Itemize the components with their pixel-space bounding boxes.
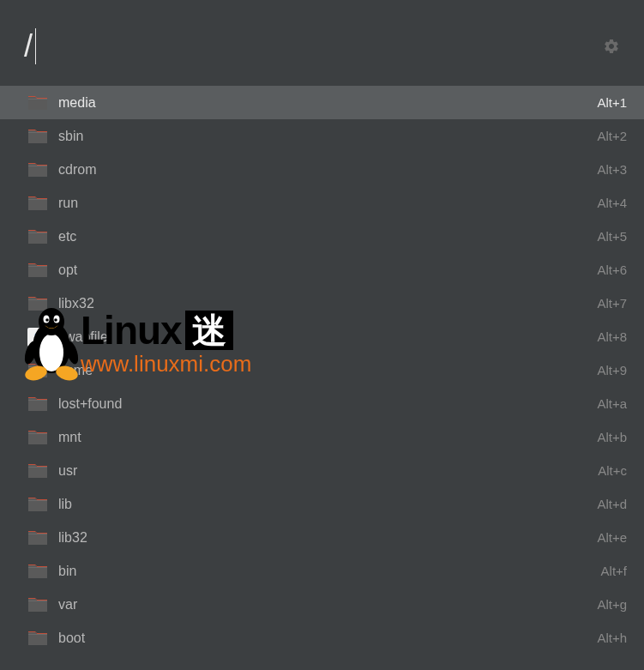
item-label: boot <box>58 631 597 646</box>
folder-icon <box>27 362 48 379</box>
item-label: sbin <box>58 129 597 144</box>
list-item[interactable]: mediaAlt+1 <box>0 86 644 119</box>
item-label: opt <box>58 263 597 278</box>
folder-icon <box>27 195 48 212</box>
item-label: etc <box>58 229 597 244</box>
list-item[interactable]: runAlt+4 <box>0 186 644 220</box>
path-text: / <box>24 28 33 64</box>
item-label: lost+found <box>58 396 597 412</box>
item-shortcut: Alt+h <box>597 631 627 645</box>
item-shortcut: Alt+7 <box>597 296 627 311</box>
item-label: mnt <box>58 430 597 445</box>
folder-icon <box>27 529 48 546</box>
item-shortcut: Alt+g <box>597 597 627 612</box>
item-label: libx32 <box>58 296 597 311</box>
folder-icon <box>27 228 48 245</box>
item-shortcut: Alt+a <box>597 396 627 411</box>
item-shortcut: Alt+9 <box>597 363 627 377</box>
item-label: cdrom <box>58 162 597 178</box>
item-shortcut: Alt+b <box>597 430 627 444</box>
list-item[interactable]: swapfileAlt+8 <box>0 320 644 353</box>
item-label: bin <box>58 564 601 579</box>
list-item[interactable]: bootAlt+h <box>0 621 644 655</box>
folder-icon <box>27 462 48 480</box>
item-shortcut: Alt+c <box>598 463 627 478</box>
folder-icon <box>27 161 48 178</box>
folder-icon <box>27 563 48 580</box>
item-label: swapfile <box>58 329 597 345</box>
file-icon <box>27 328 48 347</box>
folder-icon <box>27 596 48 613</box>
folder-icon <box>27 262 48 279</box>
folder-icon <box>27 496 48 513</box>
item-shortcut: Alt+5 <box>597 229 627 244</box>
item-label: usr <box>58 463 598 479</box>
list-item[interactable]: homeAlt+9 <box>0 353 644 387</box>
list-item[interactable]: mntAlt+b <box>0 420 644 454</box>
folder-icon <box>27 395 48 413</box>
item-shortcut: Alt+6 <box>597 263 627 277</box>
item-shortcut: Alt+3 <box>597 162 627 177</box>
folder-icon <box>27 630 48 647</box>
folder-icon <box>27 128 48 145</box>
list-item[interactable]: cdromAlt+3 <box>0 153 644 186</box>
item-shortcut: Alt+d <box>597 497 627 511</box>
file-list: mediaAlt+1 sbinAlt+2 cdromAlt+3 runAlt+4… <box>0 86 644 655</box>
item-shortcut: Alt+e <box>597 530 627 545</box>
text-cursor <box>35 28 36 64</box>
list-item[interactable]: lost+foundAlt+a <box>0 387 644 420</box>
item-shortcut: Alt+2 <box>597 129 627 143</box>
list-item[interactable]: varAlt+g <box>0 588 644 621</box>
header: / <box>0 0 644 86</box>
gear-icon[interactable] <box>603 38 620 55</box>
list-item[interactable]: optAlt+6 <box>0 253 644 287</box>
list-item[interactable]: etcAlt+5 <box>0 220 644 253</box>
folder-icon <box>27 429 48 446</box>
item-shortcut: Alt+8 <box>597 329 627 344</box>
item-shortcut: Alt+1 <box>597 95 627 110</box>
item-label: lib <box>58 497 597 512</box>
item-label: home <box>58 363 597 378</box>
list-item[interactable]: libx32Alt+7 <box>0 287 644 320</box>
item-label: run <box>58 196 597 211</box>
item-shortcut: Alt+f <box>601 564 627 578</box>
folder-icon <box>27 295 48 312</box>
list-item[interactable]: usrAlt+c <box>0 454 644 487</box>
list-item[interactable]: libAlt+d <box>0 487 644 521</box>
list-item[interactable]: lib32Alt+e <box>0 521 644 554</box>
item-label: var <box>58 597 597 613</box>
item-label: media <box>58 95 597 111</box>
list-item[interactable]: sbinAlt+2 <box>0 119 644 153</box>
path-input[interactable]: / <box>24 28 36 64</box>
folder-icon <box>27 94 48 112</box>
item-label: lib32 <box>58 530 597 546</box>
list-item[interactable]: binAlt+f <box>0 554 644 588</box>
item-shortcut: Alt+4 <box>597 196 627 210</box>
